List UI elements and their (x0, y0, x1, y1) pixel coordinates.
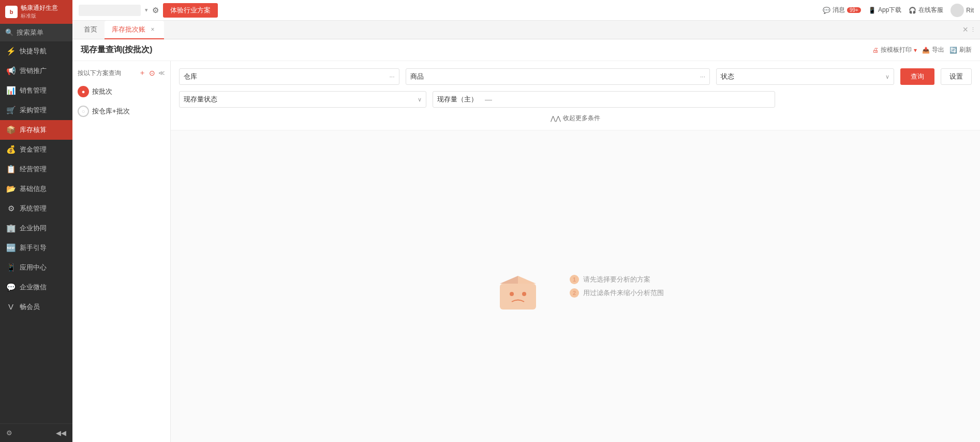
svg-marker-2 (518, 276, 536, 284)
left-panel-header: 按以下方案查询 ＋ ⊙ ≪ (72, 66, 170, 82)
sidebar-item-label: 营销推广 (20, 66, 47, 76)
svg-rect-0 (500, 284, 536, 310)
right-panel: 仓库 ··· 商品 ··· 状态 ∨ 查询 设置 (171, 61, 980, 442)
topbar-right: 💬 消息 99+ 📱 App下载 🎧 在线客服 Rit (823, 4, 974, 17)
sidebar-item-wechat[interactable]: 💬 企业微信 (0, 277, 72, 297)
purchase-icon: 🛒 (6, 106, 16, 115)
by-warehouse-icon-inner: ○ (82, 108, 85, 114)
topbar-dropdown-arrow[interactable]: ▾ (145, 7, 148, 13)
sidebar-search-label: 搜索菜单 (17, 28, 43, 37)
sidebar-company-name: 畅康通好生意 (21, 4, 58, 12)
inventory-status-filter[interactable]: 现存量状态 ∨ (179, 91, 426, 108)
sidebar-item-enterprise[interactable]: 🏢 企业协同 (0, 218, 72, 238)
collapse-up-icon: ⋀⋀ (551, 115, 561, 122)
sidebar-item-guide[interactable]: 🆕 新手引导 (0, 238, 72, 258)
system-icon: ⚙ (6, 204, 16, 213)
sidebar-edition: 标准版 (21, 12, 58, 20)
app-center-icon: 📱 (6, 263, 16, 272)
filter-settings-btn[interactable]: 设置 (941, 68, 972, 85)
empty-state: 1 请先选择要分析的方案 2 用过滤条件来缩小分析范围 (171, 130, 980, 442)
refresh-btn[interactable]: 🔄 刷新 (949, 46, 972, 54)
sidebar-item-label: 销售管理 (20, 86, 47, 95)
sidebar-header: b 畅康通好生意 标准版 (0, 0, 72, 24)
export-btn[interactable]: 📤 导出 (922, 46, 944, 54)
left-panel-actions: ＋ ⊙ ≪ (139, 68, 165, 78)
quick-nav-icon: ⚡ (6, 47, 16, 56)
sidebar-item-label: 经营管理 (20, 165, 47, 174)
tip-num-2: 2 (570, 288, 579, 298)
topbar: ▾ ⚙ 体验行业方案 💬 消息 99+ 📱 App下载 🎧 在线客服 Rit (72, 0, 980, 21)
product-dots[interactable]: ··· (700, 73, 705, 80)
enterprise-icon: 🏢 (6, 224, 16, 233)
tab-close-btn[interactable]: × (149, 25, 157, 34)
empty-tips: 1 请先选择要分析的方案 2 用过滤条件来缩小分析范围 (570, 275, 664, 298)
product-filter[interactable]: 商品 ··· (406, 68, 710, 85)
warehouse-dots[interactable]: ··· (389, 73, 394, 80)
topbar-search-input[interactable] (79, 5, 141, 16)
status-filter[interactable]: 状态 ∨ (716, 68, 894, 85)
sidebar-item-purchase[interactable]: 🛒 采购管理 (0, 100, 72, 120)
sidebar-item-system[interactable]: ⚙ 系统管理 (0, 199, 72, 218)
sidebar-footer: ⚙ ◀◀ (0, 423, 72, 442)
collapse-filters-btn[interactable]: ⋀⋀ 收起更多条件 (179, 114, 972, 123)
collapse-label: 收起更多条件 (563, 114, 600, 123)
online-service-btn[interactable]: 🎧 在线客服 (909, 6, 943, 14)
print-btn[interactable]: 🖨 按模板打印 ▾ (872, 46, 917, 54)
query-btn[interactable]: 查询 (900, 68, 934, 85)
app-download-btn[interactable]: 📱 App下载 (868, 6, 901, 14)
tab-home[interactable]: 首页 (77, 21, 105, 39)
solution-settings-icon[interactable]: ⊙ (149, 69, 155, 77)
tip-text-1: 请先选择要分析的方案 (583, 275, 650, 284)
tab-area-close-btn[interactable]: × (962, 24, 968, 35)
sidebar-item-label: 库存核算 (20, 125, 47, 135)
print-dropdown-icon[interactable]: ▾ (914, 47, 917, 54)
warehouse-label: 仓库 (184, 72, 197, 81)
sidebar-item-app-center[interactable]: 📱 应用中心 (0, 258, 72, 277)
refresh-label: 刷新 (959, 46, 972, 54)
sidebar-item-inventory[interactable]: 📦 库存核算 (0, 120, 72, 140)
wechat-icon: 💬 (6, 283, 16, 292)
experience-industry-btn[interactable]: 体验行业方案 (163, 3, 218, 18)
empty-tip-2: 2 用过滤条件来缩小分析范围 (570, 288, 664, 298)
sidebar-item-marketing[interactable]: 📢 营销推广 (0, 61, 72, 81)
operations-icon: 📋 (6, 165, 16, 174)
warehouse-filter[interactable]: 仓库 ··· (179, 68, 399, 85)
empty-tip-1: 1 请先选择要分析的方案 (570, 275, 664, 284)
sidebar-item-operations[interactable]: 📋 经营管理 (0, 159, 72, 179)
print-label: 按模板打印 (881, 46, 912, 54)
filter-row-1: 仓库 ··· 商品 ··· 状态 ∨ 查询 设置 (179, 68, 972, 85)
inventory-qty-filter[interactable]: 现存量（主） — (433, 91, 775, 108)
solution-by-warehouse-batch[interactable]: ○ 按仓库+批次 (72, 101, 170, 121)
solution-collapse-icon[interactable]: ≪ (158, 69, 165, 77)
inventory-status-arrow[interactable]: ∨ (418, 96, 422, 103)
status-dropdown-arrow[interactable]: ∨ (885, 73, 889, 80)
sidebar-search-btn[interactable]: 🔍 搜索菜单 (0, 24, 72, 41)
solution-by-batch-label: 按批次 (92, 87, 112, 96)
tab-inventory-batch[interactable]: 库存批次账 × (105, 21, 164, 39)
add-solution-icon[interactable]: ＋ (139, 68, 146, 78)
sidebar-item-finance[interactable]: 💰 资金管理 (0, 140, 72, 159)
svg-point-4 (522, 292, 526, 296)
sidebar-item-basic-info[interactable]: 📂 基础信息 (0, 179, 72, 199)
sidebar-item-quick-nav[interactable]: ⚡ 快捷导航 (0, 41, 72, 61)
settings-icon: ⚙ (6, 429, 12, 437)
page-content: 现存量查询(按批次) 🖨 按模板打印 ▾ 📤 导出 🔄 刷新 (72, 39, 980, 442)
sidebar-item-vip[interactable]: V 畅会员 (0, 297, 72, 317)
main-area: ▾ ⚙ 体验行业方案 💬 消息 99+ 📱 App下载 🎧 在线客服 Rit (72, 0, 980, 442)
user-avatar[interactable]: Rit (951, 4, 974, 17)
sidebar-logo: b (5, 6, 18, 18)
sidebar-item-label: 系统管理 (20, 204, 47, 213)
guide-icon: 🆕 (6, 243, 16, 253)
topbar-gear-icon[interactable]: ⚙ (152, 6, 159, 15)
finance-icon: 💰 (6, 145, 16, 154)
empty-svg (489, 263, 546, 315)
solution-by-batch[interactable]: ● 按批次 (72, 82, 170, 101)
message-btn[interactable]: 💬 消息 99+ (823, 6, 861, 14)
tab-expand-icon[interactable]: ⋮ (970, 26, 976, 33)
collapse-sidebar-btn[interactable]: ◀◀ (56, 429, 66, 437)
service-icon: 🎧 (909, 7, 916, 14)
sidebar-item-sales[interactable]: 📊 销售管理 (0, 81, 72, 100)
tab-batch-label: 库存批次账 (112, 25, 145, 34)
sidebar-item-label: 基础信息 (20, 184, 47, 194)
settings-btn[interactable]: ⚙ (6, 429, 12, 437)
